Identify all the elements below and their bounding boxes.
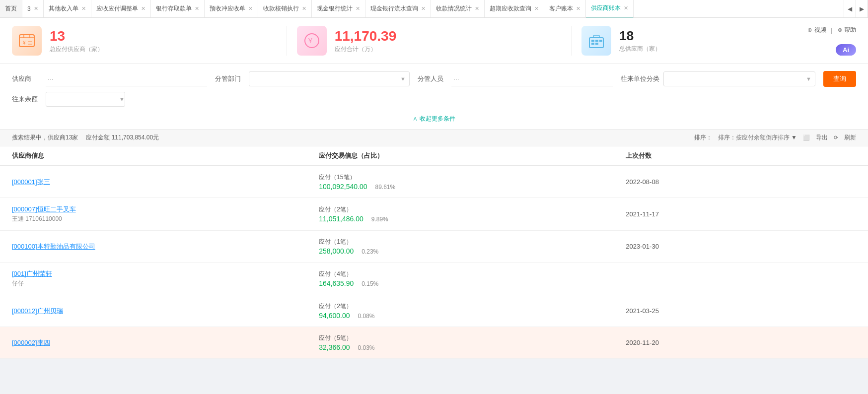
close-icon[interactable]: ✕ bbox=[356, 5, 360, 12]
trans-info-cell: 应付（15笔） 100,092,540.00 89.61% bbox=[319, 173, 626, 191]
nav-tab-label: 现金银行统计 bbox=[317, 4, 353, 13]
trans-amount[interactable]: 164,635.90 bbox=[319, 279, 354, 287]
trans-row: 32,366.00 0.03% bbox=[319, 343, 626, 351]
supplier-link[interactable]: [001]广州荣轩 bbox=[12, 270, 52, 277]
svg-text:¥: ¥ bbox=[22, 40, 26, 46]
collapse-label: ∧ 收起更多条件 bbox=[413, 115, 455, 122]
trans-amount[interactable]: 11,051,486.00 bbox=[319, 215, 363, 223]
trans-label: 应付（15笔） bbox=[319, 173, 626, 182]
supplier-link[interactable]: [000100]本特勤油品有限公司 bbox=[12, 243, 95, 250]
collapse-button[interactable]: ∧ 收起更多条件 bbox=[12, 112, 856, 125]
person-input[interactable]: ··· bbox=[451, 71, 613, 86]
nav-tab-label: 预收冲应收单 bbox=[210, 4, 245, 13]
result-bar: 搜索结果中，供应商13家 应付金额 111,703,854.00元 排序： 排序… bbox=[0, 130, 868, 146]
supplier-link[interactable]: [000002]李四 bbox=[12, 339, 50, 346]
stat-icon-payable: ¥ bbox=[297, 26, 327, 56]
supplier-link[interactable]: [000007]恒旺二手叉车 bbox=[12, 205, 76, 213]
nav-tab-label: 收款情况统计 bbox=[436, 4, 472, 13]
close-icon[interactable]: ✕ bbox=[34, 5, 38, 12]
stat-value-total: 11,170.39 bbox=[335, 28, 397, 45]
supplier-link[interactable]: [000012]广州贝瑞 bbox=[12, 307, 63, 315]
close-icon[interactable]: ✕ bbox=[475, 5, 479, 12]
close-icon[interactable]: ✕ bbox=[141, 5, 145, 12]
trans-row: 100,092,540.00 89.61% bbox=[319, 183, 626, 191]
nav-tab-cash-stats[interactable]: 现金银行统计 ✕ bbox=[312, 0, 365, 18]
dept-label: 分管部门 bbox=[215, 74, 245, 83]
refresh-icon: ⟳ bbox=[834, 134, 838, 141]
nav-tab-advance-receipt[interactable]: 预收冲应收单 ✕ bbox=[205, 0, 258, 18]
result-summary: 搜索结果中，供应商13家 应付金额 111,703,854.00元 bbox=[12, 133, 159, 142]
trans-row: 258,000.00 0.23% bbox=[319, 247, 626, 255]
supplier-table: 供应商信息 应付交易信息（占比） 上次付数 [000001]张三 应付（15笔）… bbox=[0, 146, 868, 359]
trans-info-cell: 应付（5笔） 32,366.00 0.03% bbox=[319, 334, 626, 351]
close-icon[interactable]: ✕ bbox=[195, 5, 199, 12]
stat-icon-total bbox=[581, 26, 611, 56]
nav-tab-home[interactable]: 首页 bbox=[0, 0, 22, 18]
close-icon[interactable]: ✕ bbox=[534, 5, 539, 12]
ai-button[interactable]: Ai bbox=[836, 44, 856, 56]
last-pay-cell: 2021-11-17 bbox=[626, 210, 856, 218]
nav-next-arrow[interactable]: ▶ bbox=[856, 0, 868, 18]
nav-tab-bank-deposits[interactable]: 银行存取款单 ✕ bbox=[151, 0, 205, 18]
supplier-input[interactable]: ··· bbox=[46, 71, 207, 86]
balance-input[interactable] bbox=[46, 92, 125, 107]
sort-select[interactable]: 排序：按应付余额倒序排序 ▼ bbox=[718, 133, 797, 142]
dept-input[interactable] bbox=[249, 71, 410, 86]
stat-info-count: 18 总供应商（家） bbox=[619, 28, 661, 53]
trans-row: 94,600.00 0.08% bbox=[319, 312, 626, 320]
nav-tab-cash-flow[interactable]: 现金银行流水查询 ✕ bbox=[365, 0, 431, 18]
trans-info-cell: 应付（1笔） 258,000.00 0.23% bbox=[319, 238, 626, 255]
refresh-button[interactable]: 刷新 bbox=[844, 133, 856, 142]
nav-tab-other-income[interactable]: 其他收入单 ✕ bbox=[44, 0, 91, 18]
close-icon[interactable]: ✕ bbox=[248, 5, 253, 12]
header-links: ⊙ 视频 | ⊙ 帮助 bbox=[807, 26, 856, 34]
video-link[interactable]: ⊙ 视频 bbox=[807, 26, 826, 34]
nav-tab-label: 现金银行流水查询 bbox=[370, 4, 418, 13]
trans-percent: 9.89% bbox=[371, 216, 388, 223]
nav-tab-payment-stats[interactable]: 收款情况统计 ✕ bbox=[431, 0, 485, 18]
close-icon[interactable]: ✕ bbox=[421, 5, 426, 12]
balance-select-wrapper: ▼ bbox=[46, 92, 856, 107]
nav-prev-arrow[interactable]: ◀ bbox=[844, 0, 856, 18]
dept-select-wrapper: ▼ bbox=[249, 71, 410, 86]
last-pay-date: 2022-08-08 bbox=[626, 178, 659, 186]
stat-label-count: 总供应商（家） bbox=[619, 45, 661, 53]
close-icon[interactable]: ✕ bbox=[576, 5, 580, 12]
stat-payable-total: ¥ 11,170.39 应付合计（万） bbox=[287, 26, 572, 56]
nav-tab-label: 客户账本 bbox=[549, 4, 573, 13]
result-text-1: 搜索结果中，供应商13家 bbox=[12, 133, 78, 142]
query-button[interactable]: 查询 bbox=[823, 71, 856, 87]
trans-amount[interactable]: 100,092,540.00 bbox=[319, 183, 367, 191]
trans-amount[interactable]: 32,366.00 bbox=[319, 343, 350, 351]
nav-tab-customer-ledger[interactable]: 客户账本 ✕ bbox=[544, 0, 586, 18]
nav-tab-overdue[interactable]: 超期应收款查询 ✕ bbox=[485, 0, 544, 18]
nav-arrows: ◀ ▶ bbox=[844, 0, 868, 17]
filter-supplier: 供应商 ··· bbox=[12, 71, 207, 86]
dots-icon: ··· bbox=[453, 75, 459, 83]
nav-tab-3[interactable]: 3 ✕ bbox=[22, 0, 44, 18]
trans-info-cell: 应付（2笔） 11,051,486.00 9.89% bbox=[319, 205, 626, 223]
trans-amount[interactable]: 94,600.00 bbox=[319, 312, 350, 320]
help-link[interactable]: ⊙ 帮助 bbox=[838, 26, 856, 34]
nav-tab-supplier-ledger[interactable]: 供应商账本 ✕ bbox=[586, 0, 634, 18]
last-pay-cell: 2022-08-08 bbox=[626, 178, 856, 186]
close-icon[interactable]: ✕ bbox=[81, 5, 86, 12]
nav-tab-payment-verify[interactable]: 收款核销执行 ✕ bbox=[258, 0, 312, 18]
last-pay-date: 2023-01-30 bbox=[626, 243, 659, 250]
header-stats: ¥ 13 总应付供应商（家） ¥ 11,170.39 应付合计（万） bbox=[0, 18, 868, 64]
col-header-lastpay: 上次付数 bbox=[626, 151, 856, 160]
trans-amount[interactable]: 258,000.00 bbox=[319, 247, 354, 255]
last-pay-cell: 2021-03-25 bbox=[626, 307, 856, 315]
close-icon[interactable]: ✕ bbox=[624, 5, 628, 11]
trans-label: 应付（2笔） bbox=[319, 205, 626, 214]
table-row: [000002]李四 应付（5笔） 32,366.00 0.03% 2020-1… bbox=[0, 327, 868, 359]
last-pay-cell: 2020-11-20 bbox=[626, 339, 856, 346]
close-icon[interactable]: ✕ bbox=[302, 5, 306, 12]
nav-tab-adjustments[interactable]: 应收应付调整单 ✕ bbox=[91, 0, 151, 18]
supplier-link[interactable]: [000001]张三 bbox=[12, 178, 50, 186]
export-button[interactable]: 导出 bbox=[816, 133, 828, 142]
stat-payable-suppliers: ¥ 13 总应付供应商（家） bbox=[12, 26, 287, 56]
category-input[interactable] bbox=[663, 71, 816, 86]
result-text-2: 应付金额 111,703,854.00元 bbox=[86, 133, 159, 142]
trans-percent: 0.15% bbox=[362, 280, 378, 287]
